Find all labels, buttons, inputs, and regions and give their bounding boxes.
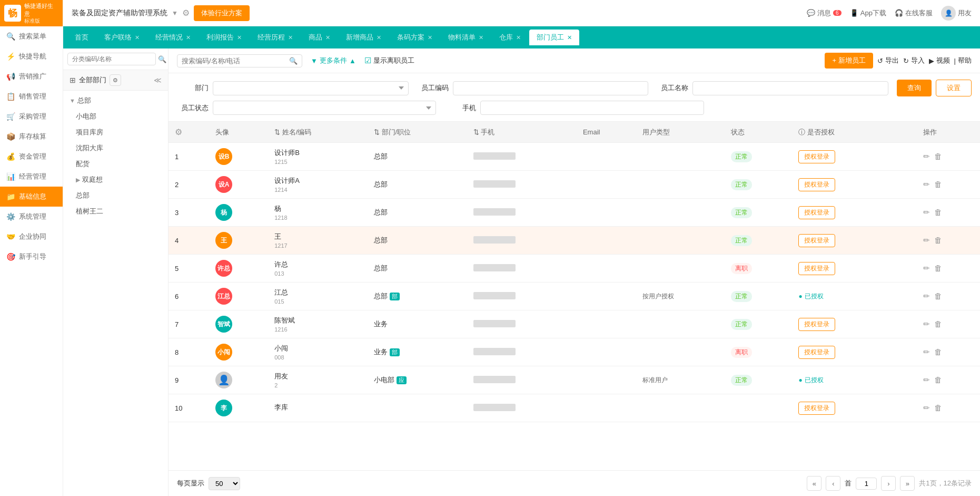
tab-goods[interactable]: 商品✕ [301, 30, 338, 45]
user-menu[interactable]: 👤 用友 [941, 6, 972, 21]
tab-close-icon[interactable]: ✕ [479, 34, 483, 41]
tab-home[interactable]: 首页 [67, 30, 96, 45]
delete-icon[interactable]: 🗑 [934, 375, 942, 385]
sidebar-item-finance[interactable]: 💰资金管理 [0, 147, 63, 167]
edit-icon[interactable]: ✏ [923, 236, 930, 245]
tab-customer[interactable]: 客户联络✕ [97, 30, 147, 45]
dept-filter-select[interactable] [213, 81, 409, 95]
edit-icon[interactable]: ✏ [923, 291, 930, 301]
tab-close-icon[interactable]: ✕ [428, 34, 432, 41]
gear-icon[interactable]: ⚙ [175, 128, 182, 137]
edit-icon[interactable]: ✏ [923, 180, 930, 189]
tab-close-icon[interactable]: ✕ [567, 34, 572, 41]
tab-profit[interactable]: 利润报告✕ [199, 30, 249, 45]
dept-tree-item-shenyang[interactable]: 沈阳大库 [63, 140, 168, 156]
delete-icon[interactable]: 🗑 [934, 291, 942, 301]
edit-icon[interactable]: ✏ [923, 403, 930, 413]
row-auth[interactable]: 授权登录 [792, 255, 891, 283]
dept-tree-item-peihuo[interactable]: 配货 [63, 156, 168, 172]
row-auth[interactable]: 授权登录 [792, 338, 891, 366]
auth-login-button[interactable]: 授权登录 [798, 262, 835, 275]
auth-login-button[interactable]: 授权登录 [798, 402, 835, 415]
tab-close-icon[interactable]: ✕ [288, 34, 293, 41]
import-button[interactable]: ↻ 导入 [903, 56, 925, 65]
row-auth[interactable]: 授权登录 [792, 227, 891, 255]
dept-tree-item-zongbu[interactable]: 总部 [63, 188, 168, 203]
dept-collapse-icon[interactable]: ≪ [154, 76, 162, 84]
dept-settings-icon[interactable]: ⚙ [110, 74, 121, 86]
tab-history[interactable]: 经营历程✕ [250, 30, 300, 45]
row-auth[interactable]: 授权登录 [792, 143, 891, 171]
edit-icon[interactable]: ✏ [923, 375, 930, 385]
sidebar-item-quicknav[interactable]: ⚡快捷导航 [0, 46, 63, 66]
add-employee-button[interactable]: + 新增员工 [825, 53, 873, 69]
set-button[interactable]: 设置 [936, 80, 972, 96]
delete-icon[interactable]: 🗑 [934, 236, 942, 245]
trial-button[interactable]: 体验行业方案 [194, 5, 250, 21]
sidebar-item-marketing[interactable]: 📢营销推广 [0, 66, 63, 86]
page-number-input[interactable] [856, 478, 877, 490]
dept-tree-item-shuangting[interactable]: ▶ 双庭想 [63, 172, 168, 188]
delete-icon[interactable]: 🗑 [934, 319, 942, 329]
query-button[interactable]: 查询 [897, 80, 932, 96]
tab-business[interactable]: 经营情况✕ [148, 30, 198, 45]
sidebar-item-system[interactable]: ⚙️系统管理 [0, 207, 63, 227]
row-auth[interactable]: 授权登录 [792, 199, 891, 227]
sidebar-item-purchase[interactable]: 🛒采购管理 [0, 106, 63, 127]
next-page-button[interactable]: › [881, 476, 896, 491]
first-page-button[interactable]: « [807, 476, 821, 491]
dept-search-input[interactable] [67, 53, 156, 65]
dept-tree-item-project[interactable]: 项目库房 [63, 124, 168, 140]
row-auth[interactable]: 授权登录 [792, 310, 891, 338]
tab-close-icon[interactable]: ✕ [135, 34, 140, 41]
row-auth[interactable]: 授权登录 [792, 394, 891, 422]
edit-icon[interactable]: ✏ [923, 208, 930, 217]
search-input[interactable] [182, 57, 287, 65]
message-button[interactable]: 💬 消息 6 [807, 8, 842, 18]
show-inactive-checkbox[interactable]: ☑ 显示离职员工 [364, 56, 414, 65]
delete-icon[interactable]: 🗑 [934, 264, 942, 273]
auth-login-button[interactable]: 授权登录 [798, 206, 835, 219]
view-button[interactable]: ▶ 视频 [929, 56, 950, 65]
delete-icon[interactable]: 🗑 [934, 180, 942, 189]
tab-bom[interactable]: 物料清单✕ [441, 30, 491, 45]
tab-close-icon[interactable]: ✕ [325, 34, 330, 41]
sidebar-item-operations[interactable]: 📊经营管理 [0, 167, 63, 187]
sidebar-item-basic[interactable]: 📁基础信息 [0, 187, 63, 207]
edit-icon[interactable]: ✏ [923, 347, 930, 357]
code-filter-input[interactable] [453, 81, 649, 95]
edit-icon[interactable]: ✏ [923, 152, 930, 161]
dept-tree-item-xiaodian[interactable]: 小电部 [63, 109, 168, 124]
app-download-button[interactable]: 📱 App下载 [850, 8, 886, 18]
delete-icon[interactable]: 🗑 [934, 152, 942, 161]
name-filter-input[interactable] [692, 81, 888, 95]
edit-icon[interactable]: ✏ [923, 264, 930, 273]
tab-new-goods[interactable]: 新增商品✕ [339, 30, 389, 45]
delete-icon[interactable]: 🗑 [934, 347, 942, 357]
sidebar-item-inventory[interactable]: 📦库存核算 [0, 127, 63, 147]
auth-login-button[interactable]: 授权登录 [798, 318, 835, 331]
tab-warehouse[interactable]: 仓库✕ [492, 30, 528, 45]
row-auth[interactable]: 授权登录 [792, 171, 891, 199]
tab-close-icon[interactable]: ✕ [237, 34, 242, 41]
delete-icon[interactable]: 🗑 [934, 403, 942, 413]
tab-staff[interactable]: 部门员工✕ [529, 30, 579, 45]
phone-filter-input[interactable] [480, 101, 704, 115]
tab-barcode[interactable]: 条码方案✕ [390, 30, 440, 45]
sidebar-item-guide[interactable]: 🎯新手引导 [0, 247, 63, 267]
auth-login-button[interactable]: 授权登录 [798, 346, 835, 359]
tab-close-icon[interactable]: ✕ [516, 34, 521, 41]
status-filter-select[interactable] [213, 101, 436, 115]
auth-login-button[interactable]: 授权登录 [798, 178, 835, 191]
edit-icon[interactable]: ✏ [923, 319, 930, 329]
dept-tree-item-root[interactable]: ▼ 总部 [63, 93, 168, 109]
export-button[interactable]: ↺ 导出 [877, 56, 899, 65]
last-page-button[interactable]: » [900, 476, 915, 491]
auth-login-button[interactable]: 授权登录 [798, 234, 835, 247]
prev-page-button[interactable]: ‹ [826, 476, 840, 491]
sidebar-item-sales[interactable]: 📋销售管理 [0, 86, 63, 106]
tab-close-icon[interactable]: ✕ [377, 34, 381, 41]
help-button[interactable]: | 帮助 [954, 56, 972, 65]
sidebar-item-search[interactable]: 🔍搜索菜单 [0, 26, 63, 46]
dept-tree-item-zhishu[interactable]: 植树王二 [63, 203, 168, 219]
